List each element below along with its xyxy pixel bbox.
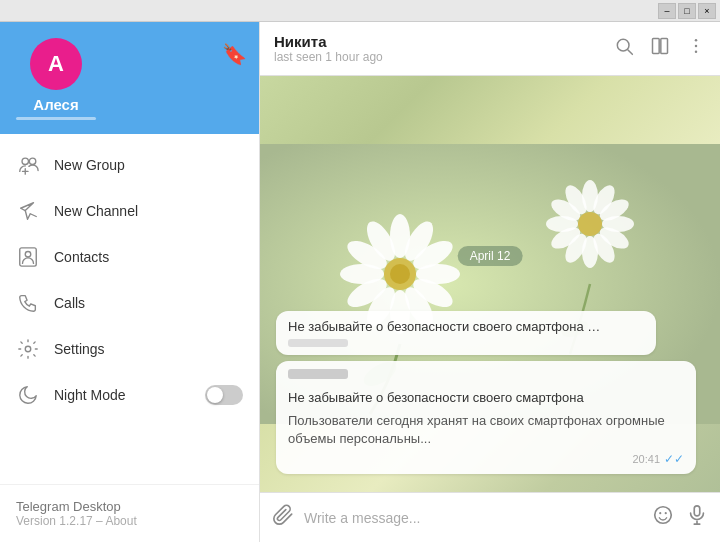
svg-point-11: [695, 39, 698, 42]
message-footer: 20:41 ✓✓: [288, 452, 684, 466]
more-icon[interactable]: [686, 36, 706, 61]
chat-contact-info: Никита last seen 1 hour ago: [274, 33, 383, 64]
input-icons: [652, 504, 708, 531]
night-mode-toggle[interactable]: [205, 385, 243, 405]
message-bubble-2: Не забывайте о безопасности своего смарт…: [276, 361, 696, 474]
svg-rect-47: [694, 506, 700, 516]
message-preview-text: Пользователи сегодня хранят на своих сма…: [288, 412, 684, 448]
contacts-icon: [16, 245, 40, 269]
new-channel-icon: [16, 199, 40, 223]
svg-point-12: [695, 45, 698, 48]
search-icon[interactable]: [614, 36, 634, 61]
avatar[interactable]: А: [30, 38, 82, 90]
new-group-icon: [16, 153, 40, 177]
svg-point-44: [655, 507, 672, 524]
columns-icon[interactable]: [650, 36, 670, 61]
svg-line-8: [628, 50, 633, 55]
window-controls[interactable]: – □ ×: [658, 3, 716, 19]
minimize-button[interactable]: –: [658, 3, 676, 19]
message-text-1: Не забывайте о безопасности своего смарт…: [288, 319, 644, 334]
profile-name: Алеся: [33, 96, 78, 113]
close-button[interactable]: ×: [698, 3, 716, 19]
sidebar-item-night-mode[interactable]: Night Mode: [0, 372, 259, 418]
bookmark-button[interactable]: 🔖: [222, 42, 247, 66]
profile-status-bar: [16, 117, 96, 120]
svg-rect-10: [661, 39, 668, 54]
calls-label: Calls: [54, 295, 243, 311]
svg-point-41: [578, 212, 602, 236]
chat-body: April 12 Не забывайте о безопасности сво…: [260, 76, 720, 492]
svg-point-5: [25, 252, 31, 258]
svg-point-13: [695, 51, 698, 54]
svg-rect-9: [653, 39, 660, 54]
main-container: А Алеся 🔖 New Group: [0, 22, 720, 542]
chat-input-bar: [260, 492, 720, 542]
profile-left: А Алеся: [16, 38, 96, 120]
sidebar-item-calls[interactable]: Calls: [0, 280, 259, 326]
sidebar-item-new-channel[interactable]: New Channel: [0, 188, 259, 234]
message-row-1: Не забывайте о безопасности своего смарт…: [288, 319, 644, 334]
chat-header: Никита last seen 1 hour ago: [260, 22, 720, 76]
svg-point-45: [659, 512, 661, 514]
emoji-button[interactable]: [652, 504, 674, 531]
settings-label: Settings: [54, 341, 243, 357]
calls-icon: [16, 291, 40, 315]
microphone-button[interactable]: [686, 504, 708, 531]
sidebar-item-new-group[interactable]: New Group: [0, 142, 259, 188]
svg-point-6: [25, 346, 31, 352]
contacts-label: Contacts: [54, 249, 243, 265]
chat-area: Никита last seen 1 hour ago: [260, 22, 720, 542]
svg-point-46: [665, 512, 667, 514]
message-bubble-1: Не забывайте о безопасности своего смарт…: [276, 311, 656, 355]
sidebar-item-settings[interactable]: Settings: [0, 326, 259, 372]
chat-contact-name: Никита: [274, 33, 383, 50]
messages-container: Не забывайте о безопасности своего смарт…: [260, 311, 720, 492]
message-input[interactable]: [304, 510, 642, 526]
check-icon: ✓✓: [664, 452, 684, 466]
redacted-line-1: [288, 339, 348, 347]
svg-point-1: [29, 158, 35, 164]
attach-button[interactable]: [272, 504, 294, 531]
svg-point-0: [22, 158, 28, 164]
sidebar-footer: Telegram Desktop Version 1.2.17 – About: [0, 484, 259, 542]
profile-header: А Алеся 🔖: [0, 22, 259, 134]
sidebar: А Алеся 🔖 New Group: [0, 22, 260, 542]
title-bar: – □ ×: [0, 0, 720, 22]
menu-items: New Group New Channel: [0, 134, 259, 484]
app-version[interactable]: Version 1.2.17 – About: [16, 514, 243, 528]
message-time: 20:41: [632, 453, 660, 465]
maximize-button[interactable]: □: [678, 3, 696, 19]
night-mode-icon: [16, 383, 40, 407]
night-mode-label: Night Mode: [54, 387, 191, 403]
svg-point-28: [390, 264, 410, 284]
settings-icon: [16, 337, 40, 361]
new-channel-label: New Channel: [54, 203, 243, 219]
date-badge: April 12: [458, 246, 523, 266]
chat-contact-status: last seen 1 hour ago: [274, 50, 383, 64]
sidebar-item-contacts[interactable]: Contacts: [0, 234, 259, 280]
chat-header-icons: [614, 36, 706, 61]
night-mode-toggle-container: [205, 385, 243, 405]
app-name: Telegram Desktop: [16, 499, 243, 514]
message-main-text: Не забывайте о безопасности своего смарт…: [288, 389, 684, 407]
redacted-text-1: [591, 322, 644, 334]
message-sender-bar: [288, 369, 348, 379]
new-group-label: New Group: [54, 157, 243, 173]
